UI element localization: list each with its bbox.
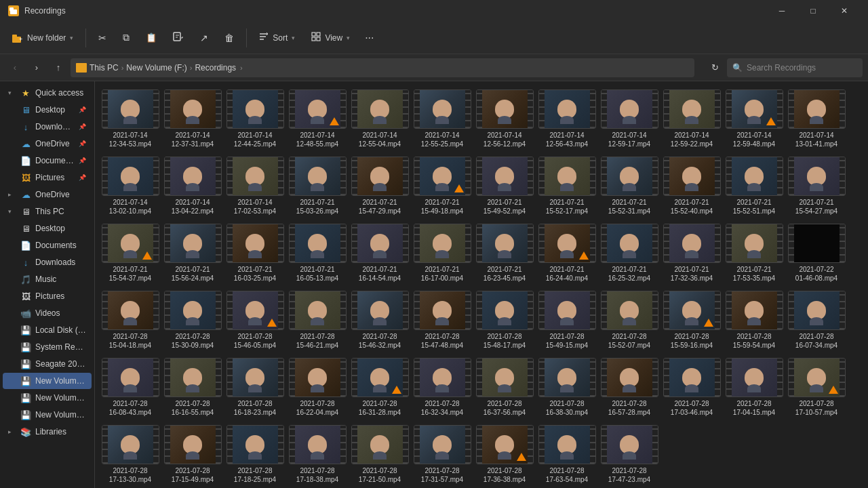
file-item[interactable]: 2021-07-21 15-54-27.mp4 (787, 154, 846, 218)
cut-button[interactable]: ✂ (92, 28, 113, 47)
copy-button[interactable]: ⧉ (116, 28, 136, 47)
sidebar-item-system-reserve[interactable]: 💾 System Reserve (3, 339, 92, 355)
search-input[interactable] (747, 63, 857, 73)
file-item[interactable]: 2021-07-28 17-31-57.mp4 (412, 422, 472, 487)
breadcrumb-new-volume[interactable]: New Volume (F:) (126, 63, 186, 73)
sidebar-item-documents-pc[interactable]: 📄 Documents (3, 237, 92, 253)
file-item[interactable]: 2021-07-21 15-56-24.mp4 (163, 221, 222, 285)
maximize-button[interactable]: □ (797, 0, 829, 22)
file-item[interactable]: 2021-07-21 15-52-51.mp4 (724, 154, 784, 218)
file-item[interactable]: 2021-07-14 17-02-53.mp4 (225, 154, 285, 218)
forward-button[interactable]: › (27, 58, 46, 77)
file-item[interactable]: 2021-07-21 17-53-35.mp4 (724, 221, 784, 285)
sidebar-item-desktop[interactable]: 🖥 Desktop 📌 (3, 102, 92, 118)
file-item[interactable]: 2021-07-28 17-18-38.mp4 (288, 422, 347, 487)
file-item[interactable]: 2021-07-21 15-49-18.mp4 (412, 154, 472, 218)
breadcrumb-recordings[interactable]: Recordings (195, 63, 236, 73)
sidebar-item-downloads-pc[interactable]: ↓ Downloads (3, 254, 92, 270)
paste-button[interactable]: 📋 (139, 28, 163, 47)
file-item[interactable]: 2021-07-14 12-55-04.mp4 (350, 87, 410, 151)
sidebar-item-local-disk[interactable]: 💾 Local Disk (C:) (3, 322, 92, 338)
sidebar-item-downloads[interactable]: ↓ Downloads 📌 (3, 119, 92, 135)
sidebar-item-new-vol-f[interactable]: 💾 New Volume (F:) (3, 373, 92, 389)
file-item[interactable]: 2021-07-28 15-59-16.mp4 (662, 288, 722, 352)
file-item[interactable]: 2021-07-21 16-23-45.mp4 (475, 221, 534, 285)
file-item[interactable]: 2021-07-28 17-63-54.mp4 (537, 422, 597, 487)
file-item[interactable]: 2021-07-28 17-13-30.mp4 (100, 422, 160, 487)
file-item[interactable]: 2021-07-14 12-59-17.mp4 (599, 87, 659, 151)
file-item[interactable]: 2021-07-14 12-56-43.mp4 (537, 87, 597, 151)
file-item[interactable]: 2021-07-28 15-59-54.mp4 (724, 288, 784, 352)
file-item[interactable]: 2021-07-28 15-52-07.mp4 (599, 288, 659, 352)
sidebar-item-videos[interactable]: 📹 Videos (3, 305, 92, 321)
file-item[interactable]: 2021-07-28 16-16-55.mp4 (163, 355, 222, 420)
file-item[interactable]: 2021-07-14 12-37-31.mp4 (163, 87, 222, 151)
file-item[interactable]: 2021-07-14 12-44-25.mp4 (225, 87, 285, 151)
file-item[interactable]: 2021-07-21 15-52-31.mp4 (599, 154, 659, 218)
search-box[interactable]: 🔍 (727, 58, 863, 77)
file-item[interactable]: 2021-07-28 15-48-17.mp4 (475, 288, 534, 352)
file-item[interactable]: 2021-07-28 17-21-50.mp4 (350, 422, 410, 487)
file-item[interactable]: 2021-07-14 12-56-12.mp4 (475, 87, 534, 151)
sidebar-libraries-section[interactable]: ▸ 📚 Libraries (3, 424, 92, 440)
file-item[interactable]: 2021-07-28 16-32-34.mp4 (412, 355, 472, 420)
file-item[interactable]: 2021-07-28 15-49-15.mp4 (537, 288, 597, 352)
sidebar-onedrive-section[interactable]: ▸ ☁ OneDrive (3, 186, 92, 203)
new-folder-button[interactable]: + New folder ▾ (5, 28, 80, 47)
sidebar-item-pictures-pc[interactable]: 🖼 Pictures (3, 288, 92, 304)
file-item[interactable]: 2021-07-28 17-36-38.mp4 (475, 422, 534, 487)
file-item[interactable]: 2021-07-21 16-03-25.mp4 (225, 221, 285, 285)
sidebar-item-onedrive-qa[interactable]: ☁ OneDrive 📌 (3, 136, 92, 152)
file-item[interactable]: 2021-07-21 15-03-26.mp4 (288, 154, 347, 218)
more-button[interactable]: ··· (359, 28, 379, 48)
close-button[interactable]: ✕ (829, 0, 860, 22)
file-item[interactable]: 2021-07-28 15-46-21.mp4 (288, 288, 347, 352)
file-item[interactable]: 2021-07-14 12-59-22.mp4 (662, 87, 722, 151)
file-item[interactable]: 2021-07-21 15-47-29.mp4 (350, 154, 410, 218)
file-item[interactable]: 2021-07-14 12-48-55.mp4 (288, 87, 347, 151)
file-item[interactable]: 2021-07-14 12-55-25.mp4 (412, 87, 472, 151)
file-item[interactable]: 2021-07-21 16-14-54.mp4 (350, 221, 410, 285)
file-item[interactable]: 2021-07-28 17-15-49.mp4 (163, 422, 222, 487)
file-item[interactable]: 2021-07-28 15-47-48.mp4 (412, 288, 472, 352)
file-item[interactable]: 2021-07-28 17-47-23.mp4 (599, 422, 659, 487)
file-item[interactable]: 2021-07-28 16-31-28.mp4 (350, 355, 410, 420)
rename-button[interactable] (166, 28, 191, 47)
delete-button[interactable]: 🗑 (218, 28, 241, 47)
sidebar-item-music[interactable]: 🎵 Music (3, 271, 92, 287)
file-item[interactable]: 2021-07-28 16-38-30.mp4 (537, 355, 597, 420)
breadcrumb[interactable]: This PC › New Volume (F:) › Recordings › (71, 58, 694, 77)
refresh-button[interactable]: ↻ (705, 58, 724, 77)
file-item[interactable]: 2021-07-28 15-46-05.mp4 (225, 288, 285, 352)
sidebar-item-desktop-pc[interactable]: 🖥 Desktop (3, 220, 92, 237)
file-item[interactable]: 2021-07-21 17-32-36.mp4 (662, 221, 722, 285)
file-item[interactable]: 2021-07-21 15-52-40.mp4 (662, 154, 722, 218)
file-item[interactable]: 2021-07-21 15-49-52.mp4 (475, 154, 534, 218)
sidebar-quick-access[interactable]: ▾ ★ Quick access (3, 85, 92, 101)
file-item[interactable]: 2021-07-21 16-25-32.mp4 (599, 221, 659, 285)
file-item[interactable]: 2021-07-28 15-04-18.mp4 (100, 288, 160, 352)
breadcrumb-expand[interactable]: › (240, 64, 243, 72)
sidebar-item-documents-qa[interactable]: 📄 Documents 📌 (3, 152, 92, 169)
file-item[interactable]: 2021-07-22 01-46-08.mp4 (787, 221, 846, 285)
file-item[interactable]: 2021-07-28 16-37-56.mp4 (475, 355, 534, 420)
file-item[interactable]: 2021-07-21 16-05-13.mp4 (288, 221, 347, 285)
file-item[interactable]: 2021-07-14 13-01-41.mp4 (787, 87, 846, 151)
breadcrumb-this-pc[interactable]: This PC (90, 63, 119, 73)
back-button[interactable]: ‹ (5, 58, 24, 77)
sidebar-item-new-vol-g[interactable]: 💾 New Volume (G:) (3, 390, 92, 406)
file-item[interactable]: 2021-07-28 17-18-25.mp4 (225, 422, 285, 487)
file-item[interactable]: 2021-07-28 16-22-04.mp4 (288, 355, 347, 420)
file-item[interactable]: 2021-07-28 16-08-43.mp4 (100, 355, 160, 420)
view-button[interactable]: View ▾ (304, 28, 357, 47)
file-item[interactable]: 2021-07-14 13-02-10.mp4 (100, 154, 160, 218)
file-item[interactable]: 2021-07-14 13-04-22.mp4 (163, 154, 222, 218)
file-item[interactable]: 2021-07-21 15-54-37.mp4 (100, 221, 160, 285)
up-button[interactable]: ↑ (49, 58, 68, 77)
file-item[interactable]: 2021-07-28 15-30-09.mp4 (163, 288, 222, 352)
minimize-button[interactable]: ─ (766, 0, 797, 22)
sort-button[interactable]: Sort ▾ (252, 28, 302, 47)
file-item[interactable]: 2021-07-14 12-34-53.mp4 (100, 87, 160, 151)
file-item[interactable]: 2021-07-28 15-46-32.mp4 (350, 288, 410, 352)
sidebar-item-seagate[interactable]: 💾 Seagate 2014 (E (3, 356, 92, 372)
